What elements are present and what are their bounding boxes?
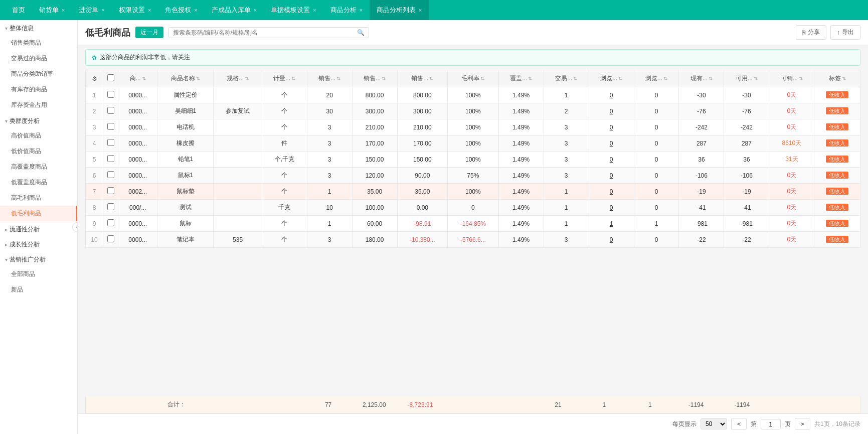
row-checkbox[interactable] bbox=[107, 107, 114, 114]
data-table-container[interactable]: ⚙ 商...⇅ 商品名称⇅ 规格...⇅ 计量...⇅ 销售...⇅ 销售...… bbox=[85, 70, 860, 396]
sidebar-item-low-coverage[interactable]: 低覆盖度商品 bbox=[0, 175, 77, 190]
row-available: -19 bbox=[724, 184, 769, 200]
row-code: 0000... bbox=[118, 152, 157, 168]
close-icon[interactable]: × bbox=[194, 7, 197, 13]
col-transaction[interactable]: 交易...⇅ bbox=[544, 70, 589, 87]
sidebar-item-sales-products[interactable]: 销售类商品 bbox=[0, 35, 77, 51]
table-totals: 合计： 77 2,125.00 -8,723.91 21 1 1 -1194 -… bbox=[85, 396, 860, 413]
nav-role-auth[interactable]: 角色授权 × bbox=[158, 0, 204, 20]
col-gross-margin[interactable]: 毛利率⇅ bbox=[448, 70, 499, 87]
row-spec bbox=[214, 135, 262, 152]
search-input[interactable] bbox=[173, 29, 355, 36]
row-view1[interactable]: 0 bbox=[589, 135, 634, 152]
page-number-input[interactable] bbox=[761, 419, 781, 429]
total-view1: 1 bbox=[581, 401, 627, 408]
sidebar-item-high-coverage[interactable]: 高覆盖度商品 bbox=[0, 159, 77, 175]
close-icon[interactable]: × bbox=[101, 7, 104, 13]
nav-product-storage[interactable]: 产成品入库单 × bbox=[205, 0, 264, 20]
sidebar-group-cluster[interactable]: ▾ 类群度分析 bbox=[0, 113, 77, 128]
export-button[interactable]: ↑ 导出 bbox=[830, 25, 860, 40]
settings-icon[interactable]: ⚙ bbox=[92, 75, 97, 82]
row-view1[interactable]: 0 bbox=[589, 200, 634, 216]
row-checkbox[interactable] bbox=[107, 219, 114, 226]
close-icon[interactable]: × bbox=[360, 7, 363, 13]
tag-badge: 低收入 bbox=[826, 220, 848, 227]
sidebar-item-high-margin[interactable]: 高毛利商品 bbox=[0, 190, 77, 206]
next-page-button[interactable]: ＞ bbox=[795, 418, 810, 430]
close-icon[interactable]: × bbox=[313, 7, 316, 13]
row-index: 8 bbox=[86, 200, 103, 216]
sidebar-item-low-value[interactable]: 低价值商品 bbox=[0, 143, 77, 159]
close-icon[interactable]: × bbox=[419, 7, 422, 13]
col-settings[interactable]: ⚙ bbox=[86, 70, 103, 87]
sidebar-item-high-value[interactable]: 高价值商品 bbox=[0, 128, 77, 143]
row-view1[interactable]: 0 bbox=[589, 168, 634, 184]
row-checkbox[interactable] bbox=[107, 123, 114, 130]
sidebar-group-liquidity[interactable]: ▸ 流通性分析 bbox=[0, 221, 77, 236]
close-icon[interactable]: × bbox=[254, 7, 257, 13]
row-view1[interactable]: 0 bbox=[589, 87, 634, 103]
col-current-stock[interactable]: 现有...⇅ bbox=[679, 70, 724, 87]
select-all-checkbox[interactable] bbox=[107, 74, 114, 81]
row-checkbox[interactable] bbox=[107, 139, 114, 146]
col-unit[interactable]: 计量...⇅ bbox=[262, 70, 307, 87]
col-check[interactable] bbox=[103, 70, 118, 87]
row-sellable: 0天 bbox=[769, 119, 814, 135]
nav-template-setting[interactable]: 单据模板设置 × bbox=[264, 0, 323, 20]
close-icon[interactable]: × bbox=[62, 7, 65, 13]
col-code[interactable]: 商...⇅ bbox=[118, 70, 157, 87]
page-label: 第 bbox=[751, 420, 757, 428]
row-view1[interactable]: 0 bbox=[589, 232, 634, 248]
sidebar-group-overall[interactable]: ▾ 整体信息 bbox=[0, 20, 77, 35]
sidebar-item-traded-products[interactable]: 交易过的商品 bbox=[0, 51, 77, 66]
row-checkbox[interactable] bbox=[107, 203, 114, 210]
sidebar-item-new-products[interactable]: 新品 bbox=[0, 282, 77, 298]
row-checkbox[interactable] bbox=[107, 155, 114, 162]
col-sales-qty[interactable]: 销售...⇅ bbox=[307, 70, 352, 87]
col-available[interactable]: 可用...⇅ bbox=[724, 70, 769, 87]
sidebar-item-all-products[interactable]: 全部商品 bbox=[0, 266, 77, 282]
row-view1[interactable]: 0 bbox=[589, 119, 634, 135]
sidebar-item-low-margin[interactable]: 低毛利商品 bbox=[0, 206, 77, 221]
nav-product-analysis-list[interactable]: 商品分析列表 × bbox=[370, 0, 429, 20]
col-name[interactable]: 商品名称⇅ bbox=[157, 70, 214, 87]
col-tag[interactable]: 标签⇅ bbox=[814, 70, 860, 87]
row-view1[interactable]: 0 bbox=[589, 184, 634, 200]
sidebar-group-marketing[interactable]: ▾ 营销推广分析 bbox=[0, 251, 77, 266]
col-sales-amount[interactable]: 销售...⇅ bbox=[397, 70, 448, 87]
nav-home[interactable]: 首页 bbox=[5, 0, 32, 20]
row-transaction: 3 bbox=[544, 152, 589, 168]
row-checkbox[interactable] bbox=[107, 187, 114, 194]
col-spec[interactable]: 规格...⇅ bbox=[214, 70, 262, 87]
row-view2: 0 bbox=[634, 200, 679, 216]
row-view1[interactable]: 1 bbox=[589, 216, 634, 232]
nav-product-analysis[interactable]: 商品分析 × bbox=[323, 0, 370, 20]
sidebar-item-in-stock[interactable]: 有库存的商品 bbox=[0, 82, 77, 97]
nav-permission-setting[interactable]: 权限设置 × bbox=[112, 0, 158, 20]
col-view2[interactable]: 浏览...⇅ bbox=[634, 70, 679, 87]
chevron-right-icon: ▸ bbox=[5, 242, 8, 247]
page-header: 低毛利商品 近一月 🔍 ⎘ 分享 ↑ 导出 bbox=[78, 20, 868, 45]
search-icon[interactable]: 🔍 bbox=[357, 29, 365, 36]
row-view1[interactable]: 0 bbox=[589, 103, 634, 119]
sidebar-item-stock-capital[interactable]: 库存资金占用 bbox=[0, 97, 77, 113]
prev-page-button[interactable]: ＜ bbox=[731, 418, 747, 430]
col-sellable[interactable]: 可销...⇅ bbox=[769, 70, 814, 87]
notice-bar: ✿ 这部分商品的利润非常低，请关注 bbox=[85, 49, 860, 66]
per-page-select[interactable]: 50 20 100 bbox=[701, 418, 727, 429]
sidebar-group-growth[interactable]: ▸ 成长性分析 bbox=[0, 236, 77, 251]
share-button[interactable]: ⎘ 分享 bbox=[796, 25, 826, 40]
row-checkbox[interactable] bbox=[107, 235, 114, 242]
sidebar-item-category-assist[interactable]: 商品分类助销率 bbox=[0, 66, 77, 82]
period-button[interactable]: 近一月 bbox=[135, 27, 163, 38]
nav-sales-order[interactable]: 销货单 × bbox=[32, 0, 72, 20]
row-checkbox[interactable] bbox=[107, 171, 114, 178]
col-coverage[interactable]: 覆盖...⇅ bbox=[498, 70, 544, 87]
col-view1[interactable]: 浏览...⇅ bbox=[589, 70, 634, 87]
col-sales-price[interactable]: 销售...⇅ bbox=[352, 70, 397, 87]
nav-purchase-order[interactable]: 进货单 × bbox=[72, 0, 111, 20]
row-view1[interactable]: 0 bbox=[589, 152, 634, 168]
close-icon[interactable]: × bbox=[148, 7, 151, 13]
sidebar: « ▾ 整体信息 销售类商品 交易过的商品 商品分类助销率 有库存的商品 库存资… bbox=[0, 20, 78, 434]
row-checkbox[interactable] bbox=[107, 91, 114, 98]
